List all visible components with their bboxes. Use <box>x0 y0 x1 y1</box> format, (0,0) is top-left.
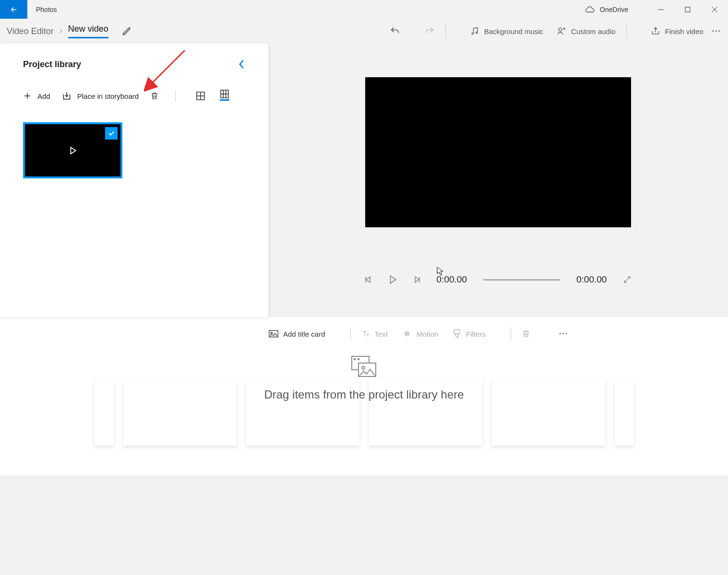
app-title: Photos <box>36 6 57 13</box>
filters-icon <box>453 329 461 339</box>
library-clip-thumbnail[interactable] <box>23 122 122 178</box>
svg-rect-18 <box>352 356 369 370</box>
storyboard-toolbar: Add title card Text Motion Filters ··· <box>0 317 728 351</box>
mouse-cursor-icon <box>437 267 443 276</box>
music-note-icon <box>470 26 479 36</box>
time-total: 0:00.00 <box>576 274 607 285</box>
svg-point-21 <box>362 366 365 369</box>
storyboard-slot[interactable] <box>246 378 359 446</box>
prev-frame-button[interactable] <box>365 276 372 283</box>
separator <box>350 328 351 340</box>
separator <box>445 24 446 38</box>
app-toolbar: Video Editor New video Background music … <box>0 19 728 44</box>
breadcrumb-video-editor[interactable]: Video Editor <box>7 26 54 36</box>
selected-check-icon <box>105 127 118 140</box>
play-overlay-icon <box>70 147 76 154</box>
place-icon <box>62 91 72 101</box>
bg-music-label: Background music <box>484 27 543 35</box>
preview-panel: 0:00.00 0:00.00 <box>268 44 728 317</box>
motion-button[interactable]: Motion <box>402 329 438 338</box>
add-title-card-button[interactable]: Add title card <box>269 330 325 338</box>
svg-rect-17 <box>454 330 460 334</box>
separator <box>175 90 176 102</box>
delete-button[interactable] <box>150 91 159 101</box>
svg-point-16 <box>406 333 408 335</box>
maximize-button[interactable] <box>674 0 701 19</box>
text-label: Text <box>375 330 388 338</box>
text-button[interactable]: Text <box>361 329 388 338</box>
place-in-storyboard-button[interactable]: Place in storyboard <box>62 91 139 101</box>
library-title: Project library <box>23 59 81 70</box>
add-label: Add <box>37 92 50 100</box>
storyboard-slot[interactable] <box>615 378 634 446</box>
back-button[interactable] <box>0 0 27 19</box>
media-placeholder-icon <box>351 355 378 379</box>
collapse-library-button[interactable] <box>239 59 245 70</box>
grid-small-button[interactable] <box>220 91 229 101</box>
place-label: Place in storyboard <box>77 92 139 100</box>
svg-point-15 <box>271 332 272 334</box>
storyboard-slot[interactable] <box>95 378 114 446</box>
grid-large-button[interactable] <box>196 91 205 101</box>
motion-label: Motion <box>417 330 438 338</box>
cloud-icon <box>585 6 595 13</box>
storyboard-slot[interactable] <box>123 378 237 446</box>
chevron-right-icon <box>59 29 63 34</box>
playback-controls: 0:00.00 0:00.00 <box>365 274 632 285</box>
storyboard[interactable]: Drag items from the project library here <box>0 351 728 475</box>
svg-rect-22 <box>354 358 356 360</box>
minimize-button[interactable] <box>647 0 674 19</box>
title-card-label: Add title card <box>283 330 325 338</box>
text-icon <box>361 329 370 338</box>
video-preview[interactable] <box>365 77 631 227</box>
finish-label: Finish video <box>665 27 704 35</box>
separator <box>626 24 627 38</box>
main-area: Project library Add Place in storyboard <box>0 44 728 317</box>
filters-button[interactable]: Filters <box>453 329 486 339</box>
project-title[interactable]: New video <box>68 24 108 38</box>
edit-title-button[interactable] <box>122 26 131 36</box>
add-button[interactable]: Add <box>23 92 50 100</box>
svg-point-6 <box>559 28 562 31</box>
close-button[interactable] <box>701 0 728 19</box>
svg-rect-1 <box>685 7 690 12</box>
export-icon <box>651 26 660 36</box>
plus-icon <box>23 92 32 100</box>
svg-point-5 <box>476 32 477 34</box>
filters-label: Filters <box>466 330 486 338</box>
undo-button[interactable] <box>390 26 400 36</box>
onedrive-label: OneDrive <box>600 6 628 13</box>
play-button[interactable] <box>389 275 396 284</box>
svg-rect-19 <box>358 363 376 376</box>
finish-video-button[interactable]: Finish video <box>651 26 704 36</box>
sb-delete-button[interactable] <box>522 329 530 339</box>
onedrive-button[interactable]: OneDrive <box>585 6 628 13</box>
storyboard-slot[interactable] <box>369 378 482 446</box>
title-card-icon <box>269 330 278 338</box>
background-music-button[interactable]: Background music <box>470 26 543 36</box>
seek-bar[interactable] <box>483 279 560 281</box>
project-library-panel: Project library Add Place in storyboard <box>0 44 268 317</box>
svg-rect-23 <box>358 358 359 360</box>
fullscreen-button[interactable] <box>623 275 632 284</box>
svg-rect-20 <box>358 363 376 376</box>
sb-more-button[interactable]: ··· <box>559 329 568 338</box>
next-frame-button[interactable] <box>413 276 420 283</box>
redo-button[interactable] <box>424 26 435 36</box>
more-button[interactable]: ··· <box>712 27 721 35</box>
storyboard-slot[interactable] <box>492 378 605 446</box>
custom-audio-button[interactable]: Custom audio <box>557 26 616 36</box>
custom-audio-label: Custom audio <box>571 27 616 35</box>
titlebar: Photos OneDrive <box>0 0 728 19</box>
separator <box>511 328 511 340</box>
svg-point-4 <box>472 33 473 34</box>
audio-icon <box>557 26 566 36</box>
motion-icon <box>402 329 412 338</box>
